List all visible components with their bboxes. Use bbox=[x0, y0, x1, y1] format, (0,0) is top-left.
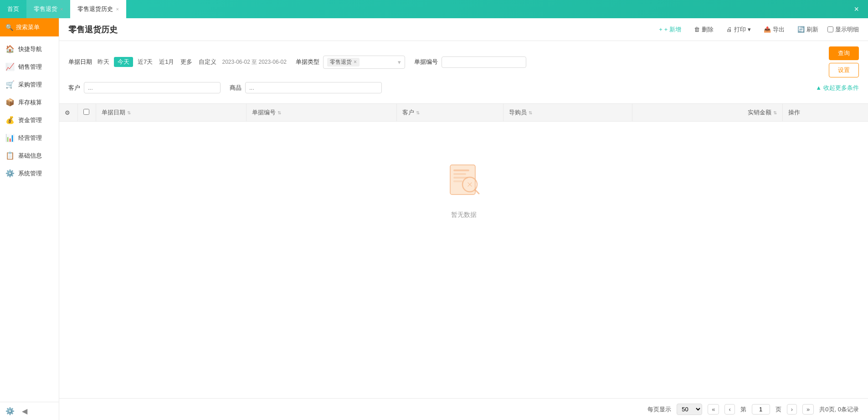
pagination-bar: 每页显示 50 100 200 « ‹ 第 页 › » 共0页, 0条记录 bbox=[59, 398, 868, 420]
voucher-type-tag-close[interactable]: × bbox=[354, 59, 357, 65]
delete-button[interactable]: 🗑 删除 bbox=[690, 24, 717, 36]
print-button[interactable]: 🖨 打印 ▾ bbox=[723, 24, 755, 36]
th-guide-label: 导购员 bbox=[509, 108, 527, 117]
quick-nav-icon: 🏠 bbox=[5, 45, 15, 53]
th-voucher-no[interactable]: 单据编号 ⇅ bbox=[246, 104, 396, 122]
voucher-type-value: 零售退货 bbox=[330, 58, 352, 66]
show-detail-checkbox[interactable] bbox=[827, 26, 833, 32]
th-date[interactable]: 单据日期 ⇅ bbox=[96, 104, 246, 122]
date-opt-7days[interactable]: 近7天 bbox=[136, 57, 154, 67]
tab-retail-return-history[interactable]: 零售退货历史 × bbox=[70, 0, 126, 18]
customer-input[interactable] bbox=[84, 82, 221, 93]
refresh-label: 刷新 bbox=[806, 26, 818, 34]
th-guide-sort-icon[interactable]: ⇅ bbox=[529, 110, 532, 115]
sidebar-item-system[interactable]: ⚙️ 系统管理 bbox=[0, 164, 59, 182]
page-number-input[interactable] bbox=[752, 404, 770, 415]
date-opt-more[interactable]: 更多 bbox=[179, 57, 194, 67]
next-page-button[interactable]: › bbox=[787, 404, 797, 415]
sidebar-item-operations[interactable]: 📊 经营管理 bbox=[0, 129, 59, 147]
table-area: ⚙ 单据日期 ⇅ 单据编号 bbox=[59, 104, 868, 398]
date-opt-yesterday[interactable]: 昨天 bbox=[96, 57, 111, 67]
tab-retail-return-history-close[interactable]: × bbox=[116, 6, 118, 12]
sidebar-item-finance-label: 资金管理 bbox=[18, 116, 42, 124]
export-button[interactable]: 📤 导出 bbox=[760, 24, 788, 36]
sidebar-item-operations-label: 经营管理 bbox=[18, 134, 42, 142]
th-operation: 操作 bbox=[782, 104, 868, 122]
date-opt-1month[interactable]: 近1月 bbox=[157, 57, 176, 67]
voucher-no-input[interactable] bbox=[442, 56, 526, 68]
refresh-button[interactable]: 🔄 刷新 bbox=[794, 24, 822, 36]
th-customer[interactable]: 客户 ⇅ bbox=[397, 104, 503, 122]
new-button[interactable]: + + 新增 bbox=[655, 24, 685, 36]
sidebar-search[interactable]: 🔍 搜索菜单 bbox=[0, 18, 59, 36]
th-settings[interactable]: ⚙ bbox=[59, 104, 77, 122]
filter-row-1: 单据日期 昨天 今天 近7天 近1月 更多 自定义 2023-06-02 至 2… bbox=[68, 46, 859, 77]
inventory-icon: 📦 bbox=[5, 98, 15, 107]
th-date-sort-icon[interactable]: ⇅ bbox=[127, 110, 131, 115]
export-icon: 📤 bbox=[764, 26, 771, 33]
th-customer-label: 客户 bbox=[402, 108, 414, 117]
goods-input[interactable] bbox=[245, 82, 382, 93]
empty-state-cell: 暂无数据 bbox=[59, 122, 868, 256]
content-area: 零售退货历史 + + 新增 🗑 删除 🖨 打印 ▾ 📤 导出 bbox=[59, 18, 868, 420]
tab-retail-return-history-label: 零售退货历史 bbox=[77, 5, 113, 13]
page-size-select[interactable]: 50 100 200 bbox=[677, 404, 702, 415]
date-opt-today[interactable]: 今天 bbox=[114, 57, 133, 67]
filter-row-2: 客户 商品 ▲ 收起更多条件 bbox=[68, 82, 859, 93]
purchase-icon: 🛒 bbox=[5, 80, 15, 89]
svg-rect-1 bbox=[453, 169, 469, 171]
sidebar-item-basic-info[interactable]: 📋 基础信息 bbox=[0, 147, 59, 164]
select-all-checkbox[interactable] bbox=[83, 109, 89, 115]
th-amount-label: 实销金额 bbox=[748, 108, 771, 117]
tab-home-label: 首页 bbox=[7, 5, 19, 13]
th-amount-sort-icon[interactable]: ⇅ bbox=[773, 110, 777, 115]
print-dropdown-icon: ▾ bbox=[748, 26, 751, 33]
th-amount[interactable]: 实销金额 ⇅ bbox=[632, 104, 782, 122]
goods-filter: 商品 bbox=[230, 82, 382, 93]
date-opt-custom[interactable]: 自定义 bbox=[197, 57, 218, 67]
collapse-sidebar-icon[interactable]: ◀ bbox=[22, 407, 27, 415]
filter-settings-button[interactable]: 设置 bbox=[829, 63, 859, 77]
th-voucher-no-label: 单据编号 bbox=[252, 108, 276, 117]
prev-page-button[interactable]: ‹ bbox=[724, 404, 734, 415]
tab-home[interactable]: 首页 bbox=[0, 0, 26, 18]
empty-state: 暂无数据 bbox=[59, 122, 868, 256]
voucher-type-tag: 零售退货 × bbox=[327, 58, 360, 67]
th-checkbox[interactable] bbox=[77, 104, 96, 122]
voucher-no-label: 单据编号 bbox=[414, 58, 438, 66]
sidebar-item-finance[interactable]: 💰 资金管理 bbox=[0, 111, 59, 129]
sidebar-item-inventory[interactable]: 📦 库存核算 bbox=[0, 93, 59, 111]
page-header: 零售退货历史 + + 新增 🗑 删除 🖨 打印 ▾ 📤 导出 bbox=[59, 18, 868, 41]
first-page-button[interactable]: « bbox=[708, 404, 719, 415]
voucher-type-select[interactable]: 零售退货 × ▾ bbox=[323, 56, 405, 69]
last-page-button[interactable]: » bbox=[802, 404, 814, 415]
empty-illustration bbox=[441, 158, 487, 204]
top-bar: 首页 零售退货 × 零售退货历史 × × bbox=[0, 0, 868, 18]
show-detail-checkbox-label[interactable]: 显示明细 bbox=[827, 26, 859, 34]
tab-retail-return[interactable]: 零售退货 × bbox=[26, 0, 70, 18]
sidebar-item-system-label: 系统管理 bbox=[18, 169, 42, 178]
svg-rect-0 bbox=[450, 165, 475, 195]
basic-info-icon: 📋 bbox=[5, 151, 15, 160]
th-customer-sort-icon[interactable]: ⇅ bbox=[416, 110, 420, 115]
th-voucher-no-sort-icon[interactable]: ⇅ bbox=[277, 110, 281, 115]
table-settings-icon[interactable]: ⚙ bbox=[65, 109, 70, 116]
query-button[interactable]: 查询 bbox=[829, 46, 859, 60]
sidebar-item-quick-nav[interactable]: 🏠 快捷导航 bbox=[0, 40, 59, 58]
total-info: 共0页, 0条记录 bbox=[819, 405, 859, 414]
table-header-row: ⚙ 单据日期 ⇅ 单据编号 bbox=[59, 104, 868, 122]
page-label: 第 bbox=[740, 405, 746, 414]
svg-rect-2 bbox=[453, 173, 466, 175]
settings-bottom-icon[interactable]: ⚙️ bbox=[5, 407, 15, 415]
voucher-type-label: 单据类型 bbox=[296, 58, 319, 66]
sidebar-item-purchase[interactable]: 🛒 采购管理 bbox=[0, 76, 59, 93]
data-table: ⚙ 单据日期 ⇅ 单据编号 bbox=[59, 104, 868, 256]
sidebar-item-sales[interactable]: 📈 销售管理 bbox=[0, 58, 59, 76]
empty-text: 暂无数据 bbox=[451, 211, 477, 219]
window-close-icon[interactable]: × bbox=[850, 5, 863, 14]
next-page-icon: › bbox=[791, 406, 793, 413]
collapse-button[interactable]: ▲ 收起更多条件 bbox=[816, 84, 859, 92]
th-guide[interactable]: 导购员 ⇅ bbox=[503, 104, 632, 122]
tab-list: 首页 零售退货 × 零售退货历史 × bbox=[0, 0, 850, 18]
tab-retail-return-close[interactable]: × bbox=[60, 6, 63, 12]
